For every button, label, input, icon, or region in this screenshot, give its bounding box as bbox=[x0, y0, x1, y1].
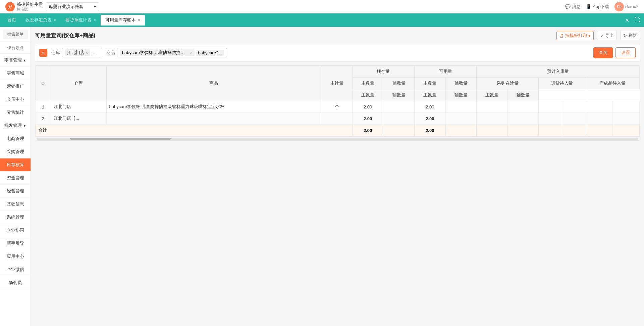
sidebar-item-ecommerce-label: 电商管理 bbox=[7, 136, 24, 142]
search-menu-btn[interactable]: 搜索菜单 bbox=[3, 30, 28, 39]
horizontal-scrollbar[interactable] bbox=[35, 136, 640, 140]
row2-gw-main bbox=[539, 113, 562, 125]
sidebar-item-finance[interactable]: 资金管理 bbox=[0, 172, 31, 185]
row1-pi-main bbox=[477, 101, 508, 113]
col-pw-aux: 辅数量 bbox=[507, 89, 539, 101]
warehouse-filter[interactable]: 江北门店 × ... bbox=[62, 48, 102, 57]
sidebar-item-system-label: 系统管理 bbox=[7, 214, 24, 220]
row2-av-main: 2.00 bbox=[415, 113, 446, 125]
sidebar-item-purchase-label: 采购管理 bbox=[7, 149, 24, 155]
product-tag-close[interactable]: × bbox=[190, 50, 193, 55]
sidebar-item-retail-mall-label: 零售商城 bbox=[7, 70, 24, 76]
page-actions: 🖨 按模板打印 ▾ ↗ 导出 ↻ 刷新 bbox=[556, 31, 640, 40]
sidebar-item-basic[interactable]: 基础信息 bbox=[0, 198, 31, 211]
company-selector[interactable]: 母婴行业演示账套 ▾ bbox=[46, 2, 99, 11]
sidebar-item-vip-member[interactable]: 畅会员 bbox=[0, 276, 31, 289]
col-current-stock: 现存量 bbox=[352, 66, 414, 78]
sidebar-item-operations[interactable]: 经营管理 bbox=[0, 185, 31, 198]
setting-btn[interactable]: 设置 bbox=[615, 47, 636, 58]
product-label: 商品 bbox=[106, 50, 115, 56]
sidebar-item-new-guide[interactable]: 新手引导 bbox=[0, 237, 31, 250]
refresh-btn[interactable]: ↻ 刷新 bbox=[620, 31, 640, 40]
sidebar-item-marketing[interactable]: 营销推广 bbox=[0, 80, 31, 93]
phone-icon: 📱 bbox=[586, 4, 591, 9]
warehouse-tag-1: 江北门店 × bbox=[65, 49, 90, 56]
sidebar-item-member[interactable]: 会员中心 bbox=[0, 93, 31, 106]
row2-warehouse: 江北门店【... bbox=[51, 113, 106, 125]
data-table: ⚙ 仓库 商品 主计量 现存量 可用量 预计入库量 主数量 辅数量 主数量 辅数… bbox=[35, 65, 640, 136]
sidebar-item-inventory[interactable]: 库存核算 bbox=[0, 158, 31, 172]
col-gw-main: 主数量 bbox=[415, 89, 446, 101]
sidebar-item-wholesale[interactable]: 批发管理 ▼ bbox=[0, 119, 31, 132]
warehouse-more-btn[interactable]: ... bbox=[91, 50, 95, 55]
filter-toggle-btn[interactable]: » bbox=[39, 49, 47, 57]
tab-bar: 首页 收发存汇总表 × 要货单统计表 × 可用量库存账本 × ✕ ⛶ bbox=[0, 13, 644, 27]
sidebar-item-ecommerce[interactable]: 电商管理 bbox=[0, 132, 31, 145]
message-btn[interactable]: 💬 消息 bbox=[565, 4, 581, 10]
tab-fullscreen-btn[interactable]: ⛶ bbox=[633, 16, 641, 25]
row1-cs-aux bbox=[383, 101, 415, 113]
app-download-btn[interactable]: 📱 App下载 bbox=[586, 4, 609, 10]
sidebar-item-retail-stats-label: 零售统计 bbox=[7, 109, 24, 115]
sidebar-item-new-guide-label: 新手引导 bbox=[7, 240, 24, 246]
row1-index: 1 bbox=[36, 101, 51, 113]
col-product-waiting: 产成品待入量 bbox=[585, 78, 640, 89]
col-settings[interactable]: ⚙ bbox=[36, 66, 51, 101]
dropdown-icon-print: ▾ bbox=[588, 33, 591, 38]
col-cs-aux: 辅数量 bbox=[383, 78, 415, 89]
sidebar-item-vip-member-label: 畅会员 bbox=[9, 280, 22, 286]
row1-gw-aux bbox=[562, 101, 585, 113]
tab-available-stock[interactable]: 可用量库存账本 × bbox=[101, 15, 145, 26]
company-name: 母婴行业演示账套 bbox=[49, 4, 84, 10]
tab-order-stats[interactable]: 要货单统计表 × bbox=[61, 15, 101, 26]
tab-receive[interactable]: 收发存汇总表 × bbox=[21, 15, 61, 26]
sidebar-item-retail-stats[interactable]: 零售统计 bbox=[0, 106, 31, 119]
row2-unit bbox=[321, 113, 353, 125]
print-icon: 🖨 bbox=[559, 33, 564, 38]
row1-pi-aux bbox=[507, 101, 539, 113]
col-available: 可用量 bbox=[415, 66, 477, 78]
row1-av-aux bbox=[445, 101, 477, 113]
template-print-btn[interactable]: 🖨 按模板打印 ▾ bbox=[556, 31, 594, 40]
sidebar-item-app-center[interactable]: 应用中心 bbox=[0, 250, 31, 263]
tab-home[interactable]: 首页 bbox=[3, 15, 21, 26]
arrow-icon: ▲ bbox=[23, 58, 26, 62]
col-cs-main: 主数量 bbox=[352, 78, 383, 89]
scrollbar-thumb[interactable] bbox=[70, 138, 171, 140]
user-area[interactable]: Ea demo2 bbox=[614, 2, 639, 11]
product-tag-2: babycare?... bbox=[196, 50, 224, 56]
sidebar-item-system[interactable]: 系统管理 bbox=[0, 211, 31, 224]
content-area: 可用量查询(按仓库+商品) 🖨 按模板打印 ▾ ↗ 导出 ↻ 刷新 » bbox=[31, 27, 644, 326]
tab-order-stats-close[interactable]: × bbox=[94, 18, 96, 22]
col-warehouse: 仓库 bbox=[51, 66, 106, 101]
query-btn[interactable]: 查询 bbox=[593, 47, 613, 58]
sidebar-item-enterprise-wechat[interactable]: 企业微信 bbox=[0, 263, 31, 276]
row2-pw-main bbox=[585, 113, 612, 125]
row1-pw-main bbox=[585, 101, 612, 113]
col-pi-aux: 辅数量 bbox=[383, 89, 415, 101]
table-container: ⚙ 仓库 商品 主计量 现存量 可用量 预计入库量 主数量 辅数量 主数量 辅数… bbox=[35, 65, 640, 141]
sidebar-item-retail[interactable]: 零售管理 ▲ bbox=[0, 54, 31, 67]
footer-pw-main bbox=[585, 125, 612, 136]
tab-available-stock-label: 可用量库存账本 bbox=[105, 17, 136, 23]
table-row: 1 江北门店 babycare学饮杯 儿童防摔防撞吸管杯重力球吸嘴杯宝宝水杯 个… bbox=[36, 101, 640, 113]
footer-pi-aux bbox=[507, 125, 539, 136]
tab-available-stock-close[interactable]: × bbox=[138, 18, 140, 22]
quick-nav-btn[interactable]: 快捷导航 bbox=[0, 42, 31, 54]
warehouse-tag-close[interactable]: × bbox=[86, 50, 88, 55]
logo-area: 好 畅捷通好生意 标准版 bbox=[5, 2, 43, 11]
sidebar-item-enterprise[interactable]: 企业协同 bbox=[0, 224, 31, 237]
sidebar-item-member-label: 会员中心 bbox=[7, 96, 24, 102]
main-layout: 搜索菜单 快捷导航 零售管理 ▲ 零售商城 营销推广 会员中心 零售统计 批发管… bbox=[0, 27, 644, 326]
sidebar-item-purchase[interactable]: 采购管理 bbox=[0, 145, 31, 158]
filter-product-group: 商品 babycare学饮杯 儿童防摔防撞吸管杯重力球吸嘴杯宝宝水杯 × bab… bbox=[106, 48, 227, 57]
tab-receive-close[interactable]: × bbox=[54, 18, 56, 22]
row2-pw-aux bbox=[612, 113, 639, 125]
refresh-label: 刷新 bbox=[628, 33, 637, 39]
table-body: 1 江北门店 babycare学饮杯 儿童防摔防撞吸管杯重力球吸嘴杯宝宝水杯 个… bbox=[36, 101, 640, 125]
tab-close-all-btn[interactable]: ✕ bbox=[624, 16, 631, 25]
export-btn[interactable]: ↗ 导出 bbox=[597, 31, 617, 40]
product-filter[interactable]: babycare学饮杯 儿童防摔防撞吸管杯重力球吸嘴杯宝宝水杯 × babyca… bbox=[117, 48, 227, 57]
sidebar-item-retail-mall[interactable]: 零售商城 bbox=[0, 67, 31, 80]
tab-home-label: 首页 bbox=[7, 17, 16, 23]
